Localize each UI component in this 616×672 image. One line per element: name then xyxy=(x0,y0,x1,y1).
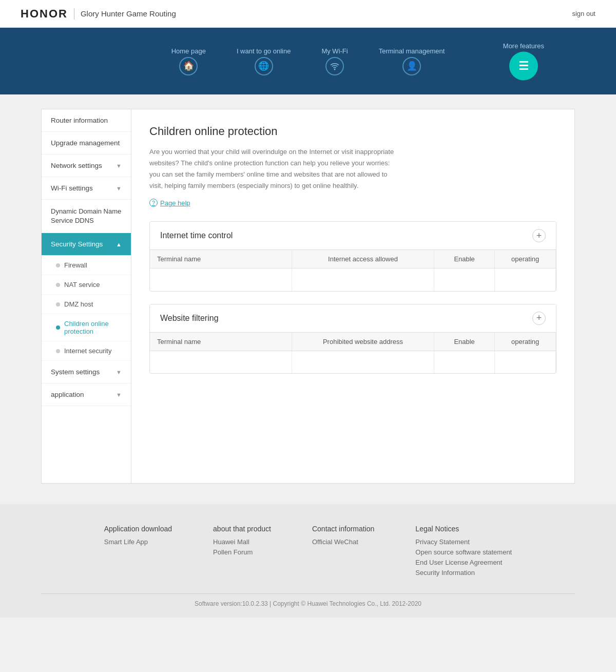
copyright-text: Software version:10.0.2.33 | Copyright ©… xyxy=(195,600,421,607)
footer-link-wechat[interactable]: Official WeChat xyxy=(312,538,374,546)
sign-out-link[interactable]: sign out xyxy=(572,10,595,17)
sidebar-item-ddns[interactable]: Dynamic Domain Name Service DDNS xyxy=(42,200,131,233)
footer-copyright: Software version:10.0.2.33 | Copyright ©… xyxy=(41,593,575,607)
sidebar-item-application[interactable]: application ▼ xyxy=(42,383,131,406)
nav-home-label: Home page xyxy=(171,47,206,55)
footer-link-security-info[interactable]: Security Information xyxy=(415,569,512,577)
footer-col-legal: Legal Notices Privacy Statement Open sou… xyxy=(415,525,512,579)
nav-wifi[interactable]: My Wi-Fi xyxy=(321,47,348,75)
cell-enable-2 xyxy=(434,351,495,373)
col-enable-2: Enable xyxy=(434,333,495,351)
time-control-table: Terminal name Internet access allowed En… xyxy=(150,250,556,291)
sidebar-sub-internet-security[interactable]: Internet security xyxy=(42,341,131,361)
chevron-down-icon: ▼ xyxy=(116,185,122,191)
svg-point-0 xyxy=(334,69,335,70)
chevron-down-icon: ▼ xyxy=(116,392,122,398)
internet-time-control-card: Internet time control + Terminal name In… xyxy=(149,221,556,292)
table-row xyxy=(150,268,556,291)
sidebar-item-router-info[interactable]: Router information xyxy=(42,109,131,132)
sidebar-item-network[interactable]: Network settings ▼ xyxy=(42,155,131,177)
dot-icon xyxy=(56,283,60,287)
footer-link-privacy[interactable]: Privacy Statement xyxy=(415,538,512,546)
cell-prohibited-address xyxy=(292,351,434,373)
dot-icon xyxy=(56,263,60,267)
page-help-link[interactable]: ? Page help xyxy=(149,199,556,207)
content-area: Router information Upgrade management Ne… xyxy=(0,94,616,504)
cell-operating xyxy=(495,268,556,291)
nav-wifi-label: My Wi-Fi xyxy=(321,47,348,55)
sidebar-item-system[interactable]: System settings ▼ xyxy=(42,361,131,383)
footer: Application download Smart Life App abou… xyxy=(0,504,616,618)
main-content: Children online protection Are you worri… xyxy=(131,109,574,483)
footer-link-huawei-mall[interactable]: Huawei Mall xyxy=(213,538,271,546)
globe-icon: 🌐 xyxy=(255,57,273,75)
add-website-filter-button[interactable]: + xyxy=(532,312,546,325)
col-internet-access: Internet access allowed xyxy=(292,250,434,268)
nav-bar: Home page 🏠 I want to go online 🌐 My Wi-… xyxy=(0,28,616,94)
sidebar-item-security[interactable]: Security Settings ▲ xyxy=(42,233,131,256)
logo-divider xyxy=(74,8,74,20)
footer-col-download-heading: Application download xyxy=(104,525,172,533)
footer-links: Application download Smart Life App abou… xyxy=(41,525,575,579)
nav-home[interactable]: Home page 🏠 xyxy=(171,47,206,75)
sidebar-firewall-label: Firewall xyxy=(64,261,87,269)
sidebar-sub-children[interactable]: Children online protection xyxy=(42,314,131,341)
card-header-filter: Website filtering + xyxy=(150,304,556,333)
sidebar-nat-label: NAT service xyxy=(64,281,100,289)
sidebar-item-wifi[interactable]: Wi-Fi settings ▼ xyxy=(42,177,131,200)
nav-go-online-label: I want to go online xyxy=(237,47,291,55)
col-terminal-name-2: Terminal name xyxy=(150,333,292,351)
sidebar-sub-firewall[interactable]: Firewall xyxy=(42,256,131,275)
nav-go-online[interactable]: I want to go online 🌐 xyxy=(237,47,291,75)
table-row xyxy=(150,351,556,373)
time-control-title: Internet time control xyxy=(160,231,233,240)
sidebar-application-label: application xyxy=(51,391,84,398)
footer-link-eula[interactable]: End User License Agreement xyxy=(415,559,512,566)
chevron-down-icon: ▼ xyxy=(116,369,122,375)
sidebar-security-label: Security Settings xyxy=(51,240,103,248)
card-header-time: Internet time control + xyxy=(150,222,556,250)
chevron-down-icon: ▼ xyxy=(116,163,122,169)
footer-col-contact-heading: Contact information xyxy=(312,525,374,533)
hamburger-icon: ☰ xyxy=(518,60,529,73)
footer-link-pollen-forum[interactable]: Pollen Forum xyxy=(213,548,271,556)
dot-icon xyxy=(56,302,60,306)
user-icon: 👤 xyxy=(402,57,421,75)
add-time-control-button[interactable]: + xyxy=(532,229,546,242)
sidebar-upgrade-label: Upgrade management xyxy=(51,139,120,147)
website-filtering-title: Website filtering xyxy=(160,314,219,323)
brand-name: HONOR xyxy=(21,7,68,21)
help-icon: ? xyxy=(149,199,158,207)
footer-link-smart-life[interactable]: Smart Life App xyxy=(104,538,172,546)
footer-col-product-heading: about that product xyxy=(213,525,271,533)
website-filtering-table: Terminal name Prohibited website address… xyxy=(150,333,556,374)
cell-terminal-name-2 xyxy=(150,351,292,373)
page-help-label: Page help xyxy=(160,199,190,207)
sidebar-system-label: System settings xyxy=(51,368,100,376)
dot-icon xyxy=(56,349,60,353)
sidebar-security-sub: Firewall NAT service DMZ host Children o… xyxy=(42,256,131,361)
more-features-button[interactable]: ☰ xyxy=(509,52,538,81)
sidebar-router-info-label: Router information xyxy=(51,117,108,124)
more-features[interactable]: More features ☰ xyxy=(503,42,544,81)
dot-active-icon xyxy=(56,325,60,330)
cell-terminal-name xyxy=(150,268,292,291)
sidebar-ddns-label: Dynamic Domain Name Service DDNS xyxy=(51,207,122,225)
sidebar-children-label: Children online protection xyxy=(64,320,122,335)
sidebar-sub-nat[interactable]: NAT service xyxy=(42,275,131,295)
footer-col-contact: Contact information Official WeChat xyxy=(312,525,374,579)
col-operating-2: operating xyxy=(495,333,556,351)
cell-enable xyxy=(434,268,495,291)
page-title: Children online protection xyxy=(149,125,556,138)
sidebar: Router information Upgrade management Ne… xyxy=(42,109,131,483)
sidebar-internet-security-label: Internet security xyxy=(64,347,112,355)
footer-link-open-source[interactable]: Open source software statement xyxy=(415,548,512,556)
main-panel: Router information Upgrade management Ne… xyxy=(41,109,575,484)
sidebar-item-upgrade[interactable]: Upgrade management xyxy=(42,132,131,155)
sidebar-wifi-label: Wi-Fi settings xyxy=(51,184,93,192)
nav-terminal[interactable]: Terminal management 👤 xyxy=(379,47,445,75)
col-operating: operating xyxy=(495,250,556,268)
footer-col-product: about that product Huawei Mall Pollen Fo… xyxy=(213,525,271,579)
product-name: Glory Hunter Game Routing xyxy=(81,9,176,18)
sidebar-sub-dmz[interactable]: DMZ host xyxy=(42,295,131,314)
